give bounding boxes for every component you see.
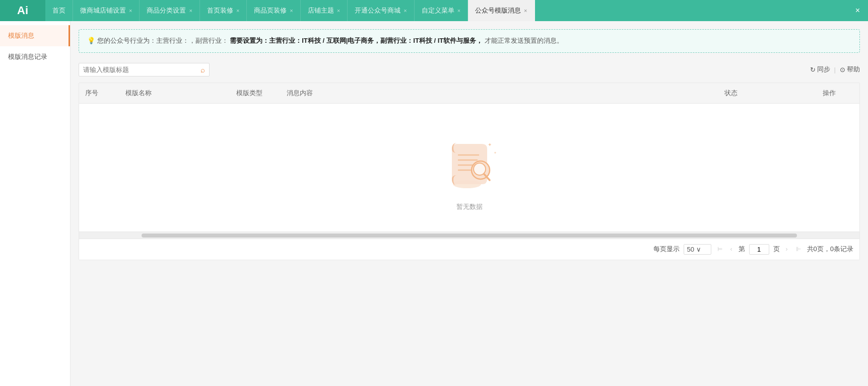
empty-icon: ✦ ✦ [439,134,500,194]
next-page-button[interactable]: › [784,245,790,254]
per-page-value: 50 [687,246,694,253]
prev-page-button[interactable]: ‹ [728,245,735,254]
tab-micro-shop[interactable]: 微商城店铺设置 × [73,0,140,21]
tab-shop-theme[interactable]: 店铺主题 × [301,0,348,21]
tab-close-custom-menu[interactable]: × [457,8,460,14]
tab-category[interactable]: 商品分类设置 × [140,0,199,21]
tab-close-product-deco[interactable]: × [290,8,293,14]
sync-icon: ↻ [810,66,816,73]
main-layout: 模版消息 模版消息记录 💡 您的公众号行业为：主营行业：，副营行业： 需要设置为… [0,21,868,386]
search-bar: ⌕ ↻ 同步 | ⊙ 帮助 [79,63,860,76]
per-page-label: 每页显示 [653,245,680,254]
tab-close-shop-theme[interactable]: × [337,8,340,14]
empty-state: ✦ ✦ 暂无数据 [79,104,859,231]
sync-button[interactable]: ↻ 同步 [810,65,830,74]
first-page-button[interactable]: ⊨ [715,245,724,254]
tab-close-category[interactable]: × [189,8,192,14]
search-input[interactable] [83,66,201,73]
tab-home[interactable]: 首页 [45,0,73,21]
page-input[interactable] [749,244,769,255]
logo: Ai [0,0,45,21]
tab-close-home-deco[interactable]: × [236,8,239,14]
empty-text: 暂无数据 [456,202,483,211]
help-button[interactable]: ⊙ 帮助 [840,65,860,74]
chevron-down-icon: ∨ [696,246,701,253]
col-header-type: 模版类型 [230,83,281,103]
sidebar-item-template-msg[interactable]: 模版消息 [0,25,70,46]
col-header-content: 消息内容 [281,83,718,103]
search-actions: ↻ 同步 | ⊙ 帮助 [810,65,860,74]
last-page-button[interactable]: ⊩ [794,245,803,254]
search-input-wrapper[interactable]: ⌕ [79,63,210,76]
sync-label: 同步 [817,65,830,74]
page-suffix: 页 [773,245,780,254]
action-divider: | [834,66,836,73]
tab-close-micro-shop[interactable]: × [129,8,132,14]
col-header-name: 模版名称 [119,83,230,103]
sidebar: 模版消息 模版消息记录 [0,21,71,386]
data-table: 序号 模版名称 模版类型 消息内容 状态 操作 [79,83,860,260]
notice-icon: 💡 [87,37,97,44]
tab-product-deco[interactable]: 商品页装修 × [247,0,300,21]
tab-home-deco[interactable]: 首页装修 × [200,0,247,21]
tab-bar: 首页 微商城店铺设置 × 商品分类设置 × 首页装修 × 商品页装修 × 店铺主… [45,0,847,21]
horizontal-scrollbar[interactable] [79,231,859,239]
per-page-select[interactable]: 50 ∨ [684,244,711,255]
col-header-seq: 序号 [79,83,119,103]
global-close-button[interactable]: × [847,6,868,15]
notice-highlight: 需要设置为：主营行业：IT科技 / 互联网|电子商务，副营行业：IT科技 / I… [230,37,483,44]
svg-text:✦: ✦ [488,142,492,147]
tab-template-msg[interactable]: 公众号模版消息 × [468,0,535,21]
page-label: 第 [739,245,745,254]
search-icon[interactable]: ⌕ [201,65,205,74]
pagination: 每页显示 50 ∨ ⊨ ‹ 第 页 › ⊩ 共0页，0条记录 [79,239,859,260]
tab-custom-menu[interactable]: 自定义菜单 × [415,0,468,21]
total-text: 共0页，0条记录 [807,245,853,254]
tab-open-wechat[interactable]: 开通公众号商城 × [348,0,414,21]
top-nav: Ai 首页 微商城店铺设置 × 商品分类设置 × 首页装修 × 商品页装修 × … [0,0,868,21]
sidebar-item-template-log[interactable]: 模版消息记录 [0,46,70,67]
notice-suffix: 才能正常发送预置的消息。 [485,37,563,44]
col-header-action: 操作 [799,83,859,103]
help-icon: ⊙ [840,66,845,73]
help-label: 帮助 [847,65,860,74]
tab-close-template-msg[interactable]: × [524,8,527,14]
notice-box: 💡 您的公众号行业为：主营行业：，副营行业： 需要设置为：主营行业：IT科技 /… [79,29,860,53]
content-area: 💡 您的公众号行业为：主营行业：，副营行业： 需要设置为：主营行业：IT科技 /… [71,21,868,386]
scroll-thumb[interactable] [142,234,797,238]
tab-close-open-wechat[interactable]: × [404,8,407,14]
col-header-status: 状态 [718,83,799,103]
table-header: 序号 模版名称 模版类型 消息内容 状态 操作 [79,83,859,104]
notice-prefix: 您的公众号行业为：主营行业：，副营行业： [97,37,228,44]
svg-text:✦: ✦ [494,151,497,155]
